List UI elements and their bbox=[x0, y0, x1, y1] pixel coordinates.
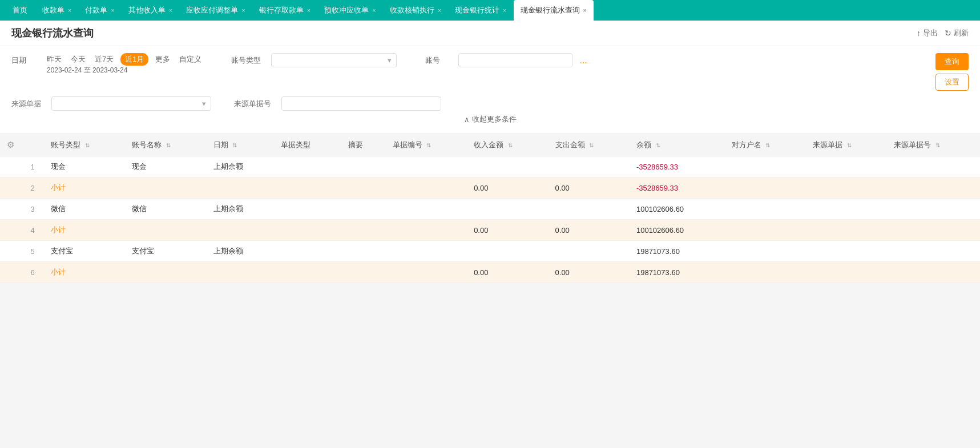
refresh-icon: ↻ bbox=[945, 29, 951, 38]
sort-icon-account-type: ⇅ bbox=[85, 142, 90, 148]
shortcut-7days[interactable]: 近7天 bbox=[92, 53, 116, 66]
cell-accountType: 支付宝 bbox=[44, 241, 125, 262]
cell-summary bbox=[341, 156, 386, 177]
doc-type-col-header[interactable]: 单据类型 bbox=[274, 134, 341, 156]
query-button[interactable]: 查询 bbox=[935, 53, 969, 70]
cell-docType bbox=[274, 177, 341, 199]
refresh-button[interactable]: ↻ 刷新 bbox=[945, 28, 969, 38]
balance-col-header[interactable]: 余额 ⇅ bbox=[630, 134, 725, 156]
income-col-header[interactable]: 收入金额 ⇅ bbox=[467, 134, 548, 156]
close-icon-5[interactable]: × bbox=[372, 7, 376, 14]
shortcut-yesterday[interactable]: 昨天 bbox=[45, 53, 64, 66]
cell-expense bbox=[549, 156, 630, 177]
cell-summary bbox=[341, 220, 386, 241]
top-nav: 首页 收款单 × 付款单 × 其他收入单 × 应收应付调整单 × 银行存取款单 … bbox=[0, 0, 980, 21]
shortcut-more[interactable]: 更多 bbox=[153, 53, 172, 66]
num-col-header bbox=[21, 134, 44, 156]
nav-tab-2[interactable]: 其他收入单 × bbox=[122, 0, 179, 21]
shortcut-today[interactable]: 今天 bbox=[68, 53, 88, 66]
cell-summary bbox=[341, 241, 386, 262]
close-icon-8[interactable]: × bbox=[583, 7, 587, 14]
collapse-bar: ∧ 收起更多条件 bbox=[11, 111, 969, 127]
close-icon-7[interactable]: × bbox=[503, 7, 506, 14]
close-icon-3[interactable]: × bbox=[241, 7, 245, 14]
account-type-select[interactable]: ▾ bbox=[271, 53, 397, 67]
page-title: 现金银行流水查询 bbox=[11, 26, 94, 40]
cell-sourceDocNo bbox=[887, 220, 980, 241]
expense-col-header[interactable]: 支出金额 ⇅ bbox=[549, 134, 630, 156]
cell-sourceDoc bbox=[806, 262, 887, 283]
cell-date bbox=[207, 262, 274, 283]
export-button[interactable]: ↑ 导出 bbox=[917, 28, 938, 38]
cell-docNo bbox=[386, 156, 467, 177]
cell-docNo bbox=[386, 262, 467, 283]
table-header-row: ⚙ 账号类型 ⇅ 账号名称 ⇅ 日期 ⇅ 单据类型 bbox=[0, 134, 980, 156]
date-col-header[interactable]: 日期 ⇅ bbox=[207, 134, 274, 156]
cell-accountType: 小计 bbox=[44, 262, 125, 283]
collapse-button[interactable]: ∧ 收起更多条件 bbox=[464, 114, 517, 124]
source-doc-select[interactable]: ▾ bbox=[51, 96, 211, 111]
cell-income bbox=[467, 241, 548, 262]
summary-col-header[interactable]: 摘要 bbox=[341, 134, 386, 156]
cell-accountName bbox=[125, 262, 206, 283]
account-input[interactable] bbox=[458, 53, 572, 67]
export-icon: ↑ bbox=[917, 29, 921, 38]
shortcut-custom[interactable]: 自定义 bbox=[177, 53, 204, 66]
source-doc-no-group: 来源单据号 bbox=[234, 96, 441, 111]
table-container: ⚙ 账号类型 ⇅ 账号名称 ⇅ 日期 ⇅ 单据类型 bbox=[0, 134, 980, 283]
account-ellipsis[interactable]: ... bbox=[577, 55, 589, 66]
close-icon-1[interactable]: × bbox=[111, 7, 114, 14]
nav-tab-0[interactable]: 收款单 × bbox=[35, 0, 78, 21]
gear-icon[interactable]: ⚙ bbox=[7, 140, 14, 150]
cell-date bbox=[207, 177, 274, 199]
table-row: 6小计0.000.0019871073.60 bbox=[0, 262, 980, 283]
cell-expense bbox=[549, 241, 630, 262]
doc-no-col-header[interactable]: 单据编号 ⇅ bbox=[386, 134, 467, 156]
nav-tab-6[interactable]: 收款核销执行 × bbox=[383, 0, 448, 21]
filter-area: 日期 昨天 今天 近7天 近1月 更多 自定义 2023-02-24 至 202… bbox=[0, 46, 980, 134]
counterpart-col-header[interactable]: 对方户名 ⇅ bbox=[725, 134, 806, 156]
cell-expense: 0.00 bbox=[549, 262, 630, 283]
cell-counterpart bbox=[725, 262, 806, 283]
nav-tab-8[interactable]: 现金银行流水查询 × bbox=[514, 0, 594, 21]
cell-balance: -3528659.33 bbox=[630, 156, 725, 177]
data-table: ⚙ 账号类型 ⇅ 账号名称 ⇅ 日期 ⇅ 单据类型 bbox=[0, 134, 980, 283]
close-icon-4[interactable]: × bbox=[307, 7, 310, 14]
nav-tab-7[interactable]: 现金银行统计 × bbox=[448, 0, 513, 21]
cell-summary bbox=[341, 177, 386, 199]
cell-balance: 100102606.60 bbox=[630, 199, 725, 220]
cell-docNo bbox=[386, 177, 467, 199]
cell-balance: 19871073.60 bbox=[630, 262, 725, 283]
nav-tab-3[interactable]: 应收应付调整单 × bbox=[179, 0, 252, 21]
cell-docNo bbox=[386, 199, 467, 220]
settings-col-header[interactable]: ⚙ bbox=[0, 134, 21, 156]
settings-button[interactable]: 设置 bbox=[935, 74, 969, 91]
cell-summary bbox=[341, 262, 386, 283]
cell-balance: 19871073.60 bbox=[630, 241, 725, 262]
account-type-col-header[interactable]: 账号类型 ⇅ bbox=[44, 134, 125, 156]
source-doc-no-col-header[interactable]: 来源单据号 ⇅ bbox=[887, 134, 980, 156]
cell-income: 0.00 bbox=[467, 177, 548, 199]
close-icon-2[interactable]: × bbox=[169, 7, 172, 14]
source-doc-col-header[interactable]: 来源单据 ⇅ bbox=[806, 134, 887, 156]
cell-income bbox=[467, 199, 548, 220]
sort-icon-balance: ⇅ bbox=[656, 142, 660, 148]
account-name-col-header[interactable]: 账号名称 ⇅ bbox=[125, 134, 206, 156]
nav-home[interactable]: 首页 bbox=[5, 0, 35, 21]
sort-icon-income: ⇅ bbox=[508, 142, 513, 148]
sort-icon-expense: ⇅ bbox=[589, 142, 594, 148]
nav-tab-5[interactable]: 预收冲应收单 × bbox=[317, 0, 382, 21]
cell-date: 上期余额 bbox=[207, 241, 274, 262]
cell-sourceDoc bbox=[806, 199, 887, 220]
close-icon-6[interactable]: × bbox=[438, 7, 441, 14]
cell-counterpart bbox=[725, 241, 806, 262]
nav-tab-4[interactable]: 银行存取款单 × bbox=[252, 0, 317, 21]
shortcut-1month[interactable]: 近1月 bbox=[120, 53, 148, 66]
close-icon-0[interactable]: × bbox=[68, 7, 71, 14]
cell-expense: 0.00 bbox=[549, 177, 630, 199]
cell-docType bbox=[274, 241, 341, 262]
nav-tab-1[interactable]: 付款单 × bbox=[78, 0, 121, 21]
row-num: 2 bbox=[21, 177, 44, 199]
source-doc-no-input[interactable] bbox=[281, 96, 441, 111]
cell-accountType: 小计 bbox=[44, 220, 125, 241]
